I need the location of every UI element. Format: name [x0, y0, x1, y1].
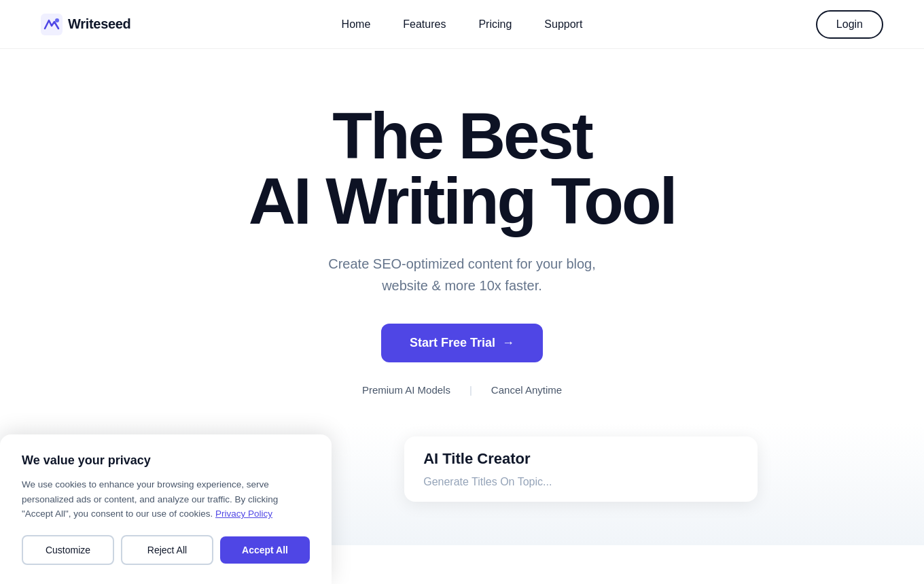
accept-all-button[interactable]: Accept All	[220, 536, 310, 545]
feature-tag-divider: |	[469, 384, 472, 396]
logo[interactable]: Writeseed	[41, 14, 131, 35]
preview-card: AI Title Creator Generate Titles On Topi…	[404, 436, 758, 502]
start-free-trial-button[interactable]: Start Free Trial →	[381, 324, 543, 362]
nav-links: Home Features Pricing Support	[342, 18, 583, 31]
feature-tags: Premium AI Models | Cancel Anytime	[362, 384, 562, 396]
logo-text: Writeseed	[68, 16, 131, 32]
preview-card-title: AI Title Creator	[423, 450, 739, 468]
hero-title-line2: AI Writing Tool	[249, 169, 676, 234]
cookie-banner: We value your privacy We use cookies to …	[0, 434, 332, 545]
writeseed-logo-icon	[41, 14, 63, 35]
preview-card-subtitle: Generate Titles On Topic...	[423, 476, 739, 488]
feature-tag-cancel: Cancel Anytime	[491, 384, 562, 396]
privacy-policy-link[interactable]: Privacy Policy	[215, 509, 272, 519]
hero-title-line1: The Best	[332, 103, 591, 169]
svg-point-1	[55, 18, 59, 22]
cookie-buttons: Customize Reject All Accept All	[22, 535, 310, 545]
cookie-body: We use cookies to enhance your browsing …	[22, 477, 310, 521]
cookie-title: We value your privacy	[22, 453, 310, 468]
nav-home[interactable]: Home	[342, 18, 371, 31]
nav-pricing[interactable]: Pricing	[478, 18, 512, 31]
customize-button[interactable]: Customize	[22, 535, 114, 545]
reject-all-button[interactable]: Reject All	[121, 535, 213, 545]
arrow-right-icon: →	[502, 336, 514, 350]
nav-features[interactable]: Features	[403, 18, 446, 31]
feature-tag-ai-models: Premium AI Models	[362, 384, 450, 396]
navbar: Writeseed Home Features Pricing Support …	[0, 0, 924, 49]
login-button[interactable]: Login	[816, 10, 883, 39]
hero-section: The Best AI Writing Tool Create SEO-opti…	[0, 49, 924, 423]
nav-support[interactable]: Support	[544, 18, 582, 31]
hero-subtitle: Create SEO-optimized content for your bl…	[328, 253, 596, 296]
